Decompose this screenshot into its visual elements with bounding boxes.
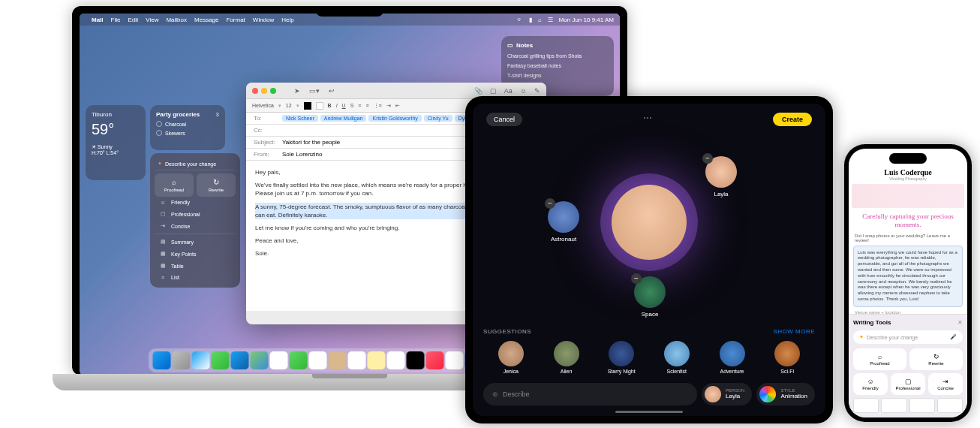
more-icon[interactable]: ⋯ [643, 113, 652, 126]
markup-icon[interactable]: ✎ [534, 87, 540, 95]
reminder-item[interactable]: Skewers [156, 130, 219, 136]
reminders-widget[interactable]: Party groceries 3 Charcoal Skewers [150, 105, 225, 150]
minimize-button[interactable] [261, 88, 267, 94]
app-menu[interactable]: Mail [92, 17, 104, 23]
suggestion-starry-night[interactable]: Starry Night [594, 341, 649, 374]
remove-icon[interactable]: − [702, 153, 713, 164]
tv-icon[interactable] [407, 351, 425, 369]
menu-message[interactable]: Message [194, 17, 218, 23]
emoji-icon[interactable]: ☺ [520, 87, 527, 95]
photos-icon[interactable] [270, 351, 288, 369]
menu-help[interactable]: Help [281, 17, 293, 23]
menu-format[interactable]: Format [227, 17, 245, 23]
attachment-icon[interactable]: 📎 [474, 87, 482, 95]
thumbnail[interactable] [937, 398, 963, 413]
remove-icon[interactable]: − [631, 273, 642, 284]
suggestion-adventure[interactable]: Adventure [705, 341, 760, 374]
table-option[interactable]: ▦Table [155, 260, 236, 272]
bg-color-icon[interactable] [316, 102, 323, 110]
align-center-icon[interactable]: ≡ [365, 103, 368, 108]
show-more-button[interactable]: SHOW MORE [773, 328, 815, 335]
wt-describe-input[interactable]: ✦ Describe your change 🎤 [853, 330, 963, 344]
menu-view[interactable]: View [146, 17, 158, 23]
mic-icon[interactable]: 🎤 [950, 334, 957, 340]
recipient-pill[interactable]: Kristin Goldsworthy [368, 115, 421, 122]
align-left-icon[interactable]: ≡ [358, 103, 361, 108]
person-pill[interactable]: PERSONLayla [702, 383, 752, 405]
menu-window[interactable]: Window [253, 17, 274, 23]
menu-file[interactable]: File [111, 17, 121, 23]
search-icon[interactable]: ⌕ [538, 17, 542, 23]
create-button[interactable]: Create [773, 113, 812, 126]
thumbnail[interactable] [909, 398, 935, 413]
recipient-pill[interactable]: Andrew Mulligan [320, 115, 367, 122]
professional-option[interactable]: ▢Professional [155, 208, 236, 220]
suggestion-scientist[interactable]: Scientist [649, 341, 705, 374]
proofread-button[interactable]: ⌕Proofread [155, 173, 194, 197]
menu-edit[interactable]: Edit [128, 17, 138, 23]
strike-button[interactable]: S [350, 103, 354, 108]
news-icon[interactable] [446, 351, 464, 369]
launchpad-icon[interactable] [173, 351, 191, 369]
zoom-button[interactable] [270, 88, 276, 94]
plus-icon[interactable]: ⊕ [492, 390, 498, 398]
list-option[interactable]: ≡List [155, 272, 236, 283]
checkbox-icon[interactable] [156, 130, 162, 136]
orbit-layla[interactable]: − Layla [705, 156, 737, 197]
indent-icon[interactable]: ⇥ [386, 103, 391, 109]
thumbnail[interactable] [881, 398, 906, 413]
outdent-icon[interactable]: ⇤ [395, 103, 400, 109]
note-item[interactable]: Charcoal grilling tips from Shota [507, 53, 608, 59]
wifi-icon[interactable]: ᯤ [517, 17, 523, 23]
bullets-icon[interactable]: ⋮≡ [374, 103, 382, 109]
professional-button[interactable]: ▢Professional [891, 373, 925, 395]
cancel-button[interactable]: Cancel [486, 113, 522, 126]
orbit-astronaut[interactable]: − Astronaut [548, 201, 579, 243]
suggestion-jenica[interactable]: Jenica [483, 341, 539, 374]
freeform-icon[interactable] [387, 351, 405, 369]
send-icon[interactable]: ➤ [294, 87, 300, 95]
recipient-pill[interactable]: Cindy Yu [424, 115, 452, 122]
finder-icon[interactable] [153, 351, 171, 369]
safari-icon[interactable] [192, 351, 210, 369]
thumbnail[interactable] [853, 398, 879, 413]
text-color-icon[interactable] [304, 102, 311, 110]
recipient-pill[interactable]: Nick Scheer [282, 115, 318, 122]
menubar-datetime[interactable]: Mon Jun 10 9:41 AM [559, 17, 614, 23]
review-textarea[interactable]: Luis was everything we could have hoped … [853, 246, 963, 307]
concise-button[interactable]: ⇥Concise [928, 373, 963, 395]
remove-icon[interactable]: − [545, 198, 555, 209]
notes-icon[interactable] [368, 351, 386, 369]
reply-icon[interactable]: ↩ [329, 87, 335, 95]
summary-option[interactable]: ▤Summary [155, 236, 236, 248]
main-avatar[interactable] [600, 173, 698, 271]
facetime-icon[interactable] [290, 351, 308, 369]
font-select[interactable]: Helvetica [252, 103, 274, 108]
control-center-icon[interactable]: ☰ [548, 17, 553, 23]
photo-icon[interactable]: ▢ [490, 87, 497, 95]
rewrite-button[interactable]: ↻Rewrite [909, 348, 963, 370]
orbit-space[interactable]: − Space [634, 276, 666, 318]
suggestion-alien[interactable]: Alien [539, 341, 594, 374]
concise-option[interactable]: ⇥Concise [155, 220, 236, 232]
messages-icon[interactable] [212, 351, 230, 369]
reminders-icon[interactable] [348, 351, 366, 369]
fontsize-select[interactable]: 12 [286, 103, 292, 108]
italic-button[interactable]: I [336, 103, 338, 108]
weather-widget[interactable]: Tiburon 59° ☀ Sunny H:70° L:54° [86, 105, 146, 180]
calendar-icon[interactable] [309, 351, 327, 369]
menu-mailbox[interactable]: Mailbox [166, 17, 187, 23]
bold-button[interactable]: B [328, 103, 332, 108]
friendly-option[interactable]: ☺Friendly [155, 197, 236, 208]
checkbox-icon[interactable] [156, 121, 162, 127]
close-button[interactable] [252, 88, 258, 94]
battery-icon[interactable]: ▮ [529, 17, 532, 23]
underline-button[interactable]: U [342, 103, 346, 108]
suggestion-scifi[interactable]: Sci-Fi [759, 341, 815, 374]
mail-icon[interactable] [231, 351, 249, 369]
format-icon[interactable]: Aa [504, 87, 513, 95]
friendly-button[interactable]: ☺Friendly [853, 373, 888, 395]
contacts-icon[interactable] [329, 351, 347, 369]
note-item[interactable]: Fantasy baseball notes [507, 63, 608, 68]
note-item[interactable]: T-shirt designs [507, 73, 608, 78]
